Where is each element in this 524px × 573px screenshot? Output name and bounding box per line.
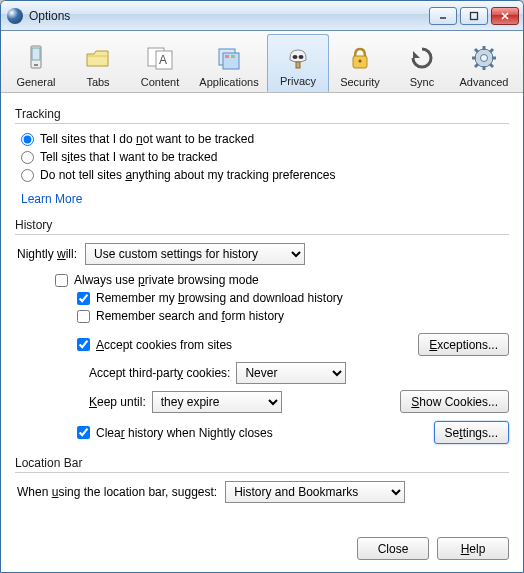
app-icon [7, 8, 23, 24]
window-controls [429, 7, 519, 25]
check-private-browsing-label: Always use private browsing mode [74, 273, 259, 287]
check-remember-search-input[interactable] [77, 310, 90, 323]
help-button[interactable]: Help [437, 537, 509, 560]
tab-advanced-label: Advanced [460, 76, 509, 88]
tab-content-label: Content [141, 76, 180, 88]
close-window-button[interactable] [491, 7, 519, 25]
radio-do-not-track-label: Tell sites that I do not want to be trac… [40, 132, 254, 146]
radio-do-not-track-input[interactable] [21, 133, 34, 146]
show-cookies-button[interactable]: Show Cookies... [400, 390, 509, 413]
svg-point-15 [299, 55, 304, 59]
svg-rect-12 [225, 55, 229, 58]
divider [15, 234, 509, 235]
check-remember-search-label: Remember search and form history [96, 309, 284, 323]
applications-icon [215, 44, 243, 72]
svg-text:A: A [159, 53, 167, 67]
radio-track-label: Tell sites that I want to be tracked [40, 150, 217, 164]
history-mode-select[interactable]: Use custom settings for history [85, 243, 305, 265]
svg-rect-6 [34, 64, 38, 66]
tab-sync-label: Sync [410, 76, 434, 88]
tab-privacy-label: Privacy [280, 75, 316, 87]
content-icon: A [146, 44, 174, 72]
svg-rect-5 [32, 48, 40, 60]
tab-applications-label: Applications [199, 76, 258, 88]
check-private-browsing-input[interactable] [55, 274, 68, 287]
svg-line-26 [490, 64, 493, 67]
radio-track[interactable]: Tell sites that I want to be tracked [21, 150, 509, 164]
location-heading: Location Bar [15, 456, 509, 470]
svg-line-27 [490, 49, 493, 52]
history-heading: History [15, 218, 509, 232]
keep-until-label: Keep until: [89, 395, 146, 409]
svg-point-20 [481, 55, 488, 62]
location-suggest-label: When using the location bar, suggest: [17, 485, 217, 499]
third-party-row: Accept third-party cookies: Never [89, 362, 509, 384]
privacy-icon [284, 43, 312, 71]
radio-no-pref[interactable]: Do not tell sites anything about my trac… [21, 168, 509, 182]
svg-point-18 [359, 60, 362, 63]
tab-applications[interactable]: Applications [191, 34, 267, 92]
svg-rect-1 [471, 12, 478, 19]
advanced-icon [470, 44, 498, 72]
third-party-label: Accept third-party cookies: [89, 366, 230, 380]
tab-tabs[interactable]: Tabs [67, 34, 129, 92]
exceptions-button[interactable]: Exceptions... [418, 333, 509, 356]
svg-line-28 [475, 64, 478, 67]
third-party-select[interactable]: Never [236, 362, 346, 384]
general-icon [22, 44, 50, 72]
category-toolbar: General Tabs A Content Applications Priv… [1, 31, 523, 93]
tab-advanced[interactable]: Advanced [453, 34, 515, 92]
tabs-icon [84, 44, 112, 72]
window-title: Options [29, 9, 429, 23]
maximize-button[interactable] [460, 7, 488, 25]
check-remember-browsing-input[interactable] [77, 292, 90, 305]
tab-privacy[interactable]: Privacy [267, 34, 329, 92]
radio-no-pref-input[interactable] [21, 169, 34, 182]
settings-button[interactable]: Settings... [434, 421, 509, 444]
tab-tabs-label: Tabs [86, 76, 109, 88]
keep-until-row: Keep until: they expire Show Cookies... [89, 390, 509, 413]
tab-security[interactable]: Security [329, 34, 391, 92]
svg-line-25 [475, 49, 478, 52]
tracking-heading: Tracking [15, 107, 509, 121]
nightly-will-label: Nightly will: [17, 247, 77, 261]
radio-track-input[interactable] [21, 151, 34, 164]
dialog-footer: Close Help [1, 529, 523, 572]
svg-rect-13 [231, 55, 235, 58]
check-accept-cookies-label: Accept cookies from sites [96, 338, 232, 352]
location-suggest-row: When using the location bar, suggest: Hi… [17, 481, 509, 503]
minimize-button[interactable] [429, 7, 457, 25]
divider [15, 472, 509, 473]
location-suggest-select[interactable]: History and Bookmarks [225, 481, 405, 503]
radio-do-not-track[interactable]: Tell sites that I do not want to be trac… [21, 132, 509, 146]
tab-sync[interactable]: Sync [391, 34, 453, 92]
tab-security-label: Security [340, 76, 380, 88]
radio-no-pref-label: Do not tell sites anything about my trac… [40, 168, 336, 182]
tab-general-label: General [16, 76, 55, 88]
options-window: Options General Tabs A Content Applicati… [0, 0, 524, 573]
tab-content[interactable]: A Content [129, 34, 191, 92]
svg-point-14 [293, 55, 298, 59]
check-remember-search[interactable]: Remember search and form history [77, 309, 509, 323]
check-accept-cookies-input[interactable] [77, 338, 90, 351]
divider [15, 123, 509, 124]
check-private-browsing[interactable]: Always use private browsing mode [55, 273, 509, 287]
close-button[interactable]: Close [357, 537, 429, 560]
check-clear-history-input[interactable] [77, 426, 90, 439]
keep-until-select[interactable]: they expire [152, 391, 282, 413]
svg-rect-16 [296, 62, 300, 68]
check-remember-browsing-label: Remember my browsing and download histor… [96, 291, 343, 305]
history-mode-row: Nightly will: Use custom settings for hi… [17, 243, 509, 265]
check-remember-browsing[interactable]: Remember my browsing and download histor… [77, 291, 509, 305]
check-clear-history-label: Clear history when Nightly closes [96, 426, 273, 440]
learn-more-link[interactable]: Learn More [21, 192, 82, 206]
tab-general[interactable]: General [5, 34, 67, 92]
titlebar: Options [1, 1, 523, 31]
security-icon [346, 44, 374, 72]
panel-body: Tracking Tell sites that I do not want t… [1, 93, 523, 529]
sync-icon [408, 44, 436, 72]
